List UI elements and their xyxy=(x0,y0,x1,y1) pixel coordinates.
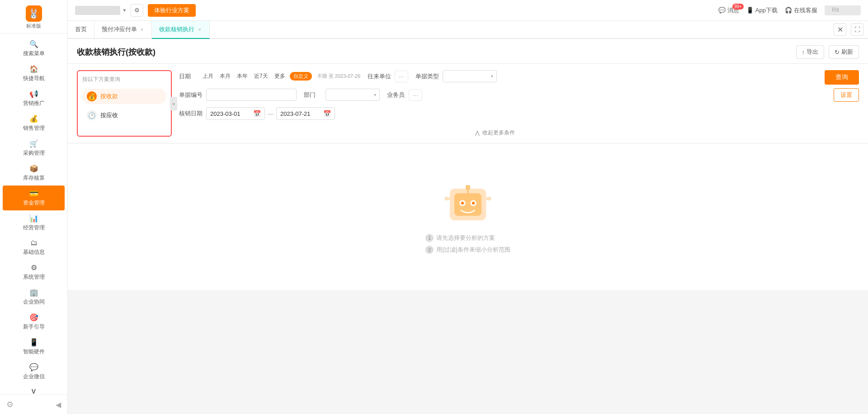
sidebar-item-label: 销售管理 xyxy=(23,124,45,132)
ops-icon: 📊 xyxy=(29,214,38,223)
empty-hint-1: 1 请先选择要分析的方案 xyxy=(425,234,510,242)
query-button[interactable]: 查询 xyxy=(825,70,859,85)
sidebar-item-hardware[interactable]: 📱 智能硬件 xyxy=(0,334,67,359)
empty-hint-1-text: 请先选择要分析的方案 xyxy=(436,234,495,242)
sidebar-item-basic-info[interactable]: 🗂 基础信息 xyxy=(0,235,67,260)
date-field: 日期 上月 本月 本年 近7天 更多 自定义 xyxy=(179,71,360,81)
online-service-button[interactable]: 🎧 在线客服 xyxy=(785,6,817,14)
salesperson-more-button[interactable]: ··· xyxy=(409,89,422,101)
online-service-label: 在线客服 xyxy=(794,6,817,14)
message-button[interactable]: 💬 消息 99+ xyxy=(718,6,739,14)
user-profile[interactable]: Rit xyxy=(825,5,861,15)
sidebar-item-system[interactable]: ⚙ 系统管理 xyxy=(0,260,67,285)
sidebar-item-finance[interactable]: 💳 资金管理 xyxy=(3,186,65,210)
industry-solution-button[interactable]: 体验行业方案 xyxy=(148,4,196,17)
dept-label: 部门 xyxy=(304,91,322,99)
sidebar-item-label: 库存核算 xyxy=(23,174,45,182)
sidebar-item-quick-nav[interactable]: 🏠 快捷导航 xyxy=(0,61,67,86)
filter-left-collapse-button[interactable]: » xyxy=(170,97,177,110)
date-last-month[interactable]: 上月 xyxy=(201,71,215,81)
writeoff-date-end-value: 2023-07-21 xyxy=(280,110,311,117)
writeoff-date-range: 2023-03-01 📅 — 2023-07-21 📅 xyxy=(206,107,335,120)
date-this-month[interactable]: 本月 xyxy=(218,71,232,81)
tab-bar: 首页 预付冲应付单 × 收款核销执行 × ✕ ⛶ xyxy=(68,21,868,39)
collapse-more-button[interactable]: ⋀ 收起更多条件 xyxy=(179,126,811,137)
gear-button[interactable]: ⚙ xyxy=(131,4,143,17)
hardware-icon: 📱 xyxy=(29,338,38,347)
tab-receipt-writeoff-close[interactable]: × xyxy=(197,26,202,33)
filter-option-by-receivable[interactable]: 🕐 按应收 xyxy=(82,108,166,123)
writeoff-date-field: 核销日期 2023-03-01 📅 — 2023-07-21 xyxy=(179,107,335,120)
sidebar-item-inventory[interactable]: 📦 库存核算 xyxy=(0,161,67,186)
sidebar-item-sales[interactable]: 💰 销售管理 xyxy=(0,111,67,136)
tab-receipt-writeoff[interactable]: 收款核销执行 × xyxy=(152,21,209,39)
sidebar-item-marketing[interactable]: 📢 营销推广 xyxy=(0,86,67,111)
date-this-year[interactable]: 本年 xyxy=(235,71,250,81)
tab-bar-end: ✕ ⛶ xyxy=(829,21,868,38)
dept-field: 部门 ▾ xyxy=(304,89,380,101)
calendar-start-icon: 📅 xyxy=(253,110,261,117)
sidebar-item-purchase[interactable]: 🛒 采购管理 xyxy=(0,136,67,161)
date-no-limit-label: 不限 至 2023-07-26 xyxy=(317,73,360,80)
tab-close-window-button[interactable]: ✕ xyxy=(834,23,846,36)
filter-left-title: 按以下方案查询 xyxy=(82,76,166,83)
sidebar-item-label: 新手引导 xyxy=(23,323,45,331)
tab-fullscreen-button[interactable]: ⛶ xyxy=(851,23,863,36)
doc-no-input[interactable] xyxy=(206,89,297,101)
member-icon: V xyxy=(32,388,36,395)
sidebar-item-label: 采购管理 xyxy=(23,149,45,157)
sidebar-item-label: 基础信息 xyxy=(23,248,45,256)
writeoff-date-label: 核销日期 xyxy=(179,109,203,118)
sidebar-item-search-menu[interactable]: 🔍 搜索菜单 xyxy=(0,36,67,61)
refresh-button[interactable]: ↻ 刷新 xyxy=(829,45,859,59)
doc-no-label: 单据编号 xyxy=(179,91,203,99)
sidebar-item-guide[interactable]: 🎯 新手引导 xyxy=(0,309,67,334)
purchase-icon: 🛒 xyxy=(29,139,38,148)
date-more[interactable]: 更多 xyxy=(273,71,287,81)
salesperson-field: 业务员 ··· xyxy=(387,89,422,101)
filter-row-3: 核销日期 2023-03-01 📅 — 2023-07-21 xyxy=(179,107,811,120)
settings-button[interactable]: 设置 xyxy=(834,88,859,102)
counterparty-more-button[interactable]: ··· xyxy=(395,71,408,82)
marketing-icon: 📢 xyxy=(29,90,38,98)
date-custom-badge[interactable]: 自定义 xyxy=(290,72,312,81)
sidebar-item-wechat[interactable]: 💬 企业微信 xyxy=(0,359,67,384)
sidebar-collapse-icon[interactable]: ◀ xyxy=(56,400,61,409)
empty-illustration xyxy=(441,180,495,225)
filter-right-panel: 日期 上月 本月 本年 近7天 更多 自定义 xyxy=(179,70,859,137)
doc-type-field: 单据类型 ▾ xyxy=(415,70,497,82)
filter-option-by-receipt[interactable]: 💰 按收款 xyxy=(82,89,166,104)
writeoff-date-end-input[interactable]: 2023-07-21 📅 xyxy=(276,107,335,120)
empty-hint-2-text: 用[过滤]条件来缩小分析范围 xyxy=(436,246,510,254)
date-label: 日期 xyxy=(179,72,197,81)
doc-type-select[interactable] xyxy=(443,70,497,82)
message-icon: 💬 xyxy=(718,7,726,14)
enterprise-icon: 🏢 xyxy=(29,288,38,297)
brand-name xyxy=(75,6,120,15)
counterparty-label: 往来单位 xyxy=(368,72,391,81)
dept-select[interactable] xyxy=(326,89,380,101)
tab-prepayment[interactable]: 预付冲应付单 × xyxy=(94,21,152,39)
app-download-button[interactable]: 📱 App下载 xyxy=(746,6,778,14)
date-7days[interactable]: 近7天 xyxy=(252,71,270,81)
phone-icon: 📱 xyxy=(746,7,754,14)
filter-left-panel: 按以下方案查询 💰 按收款 🕐 按应收 » xyxy=(77,70,172,137)
sidebar-settings-icon[interactable]: ⚙ xyxy=(6,400,14,409)
sidebar: 🐰 标准版 🔍 搜索菜单 🏠 快捷导航 📢 营销推广 💰 销售管理 🛒 采购管理… xyxy=(0,0,68,414)
sidebar-item-label: 搜索菜单 xyxy=(23,50,45,57)
empty-hints: 1 请先选择要分析的方案 2 用[过滤]条件来缩小分析范围 xyxy=(425,234,510,254)
sidebar-nav: 🔍 搜索菜单 🏠 快捷导航 📢 营销推广 💰 销售管理 🛒 采购管理 📦 库存核… xyxy=(0,33,67,395)
writeoff-date-start-input[interactable]: 2023-03-01 📅 xyxy=(206,107,265,120)
sidebar-logo: 🐰 标准版 xyxy=(0,0,67,33)
page-header: 收款核销执行(按收款) ↑ 导出 ↻ 刷新 xyxy=(68,39,868,64)
page-title: 收款核销执行(按收款) xyxy=(77,47,156,57)
tab-home[interactable]: 首页 xyxy=(68,21,94,39)
svg-point-5 xyxy=(472,202,475,205)
sidebar-item-enterprise[interactable]: 🏢 企业协同 xyxy=(0,285,67,309)
page-content: 收款核销执行(按收款) ↑ 导出 ↻ 刷新 按以下方案查询 💰 按收款 xyxy=(68,39,868,414)
sidebar-item-member[interactable]: V 畅会员 xyxy=(0,384,67,395)
export-button[interactable]: ↑ 导出 xyxy=(796,45,825,59)
sidebar-item-ops[interactable]: 📊 经营管理 xyxy=(0,210,67,235)
tab-prepayment-close[interactable]: × xyxy=(140,26,144,33)
chevron-down-icon[interactable]: ▾ xyxy=(123,7,126,14)
